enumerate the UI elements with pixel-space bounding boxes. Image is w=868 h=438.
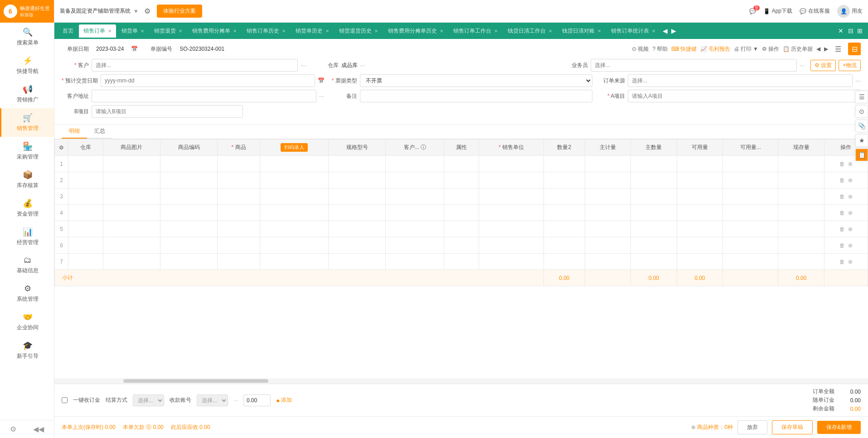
- staff-more-btn[interactable]: ···: [800, 62, 805, 69]
- tab-close-sales-bill[interactable]: ✕: [141, 29, 144, 34]
- app-title-dropdown[interactable]: ▼: [133, 8, 139, 14]
- row-4-copy-btn[interactable]: ⊕: [848, 210, 853, 216]
- address-input[interactable]: [92, 90, 316, 102]
- address-more-btn[interactable]: ···: [319, 92, 325, 100]
- row-1-custom[interactable]: [386, 156, 444, 172]
- tab-close-sales-return[interactable]: ✕: [179, 29, 182, 34]
- prev-record-btn[interactable]: ◀: [816, 46, 820, 52]
- invoice-select[interactable]: 不开票: [360, 74, 593, 87]
- tab-expand-btn[interactable]: ⊟: [846, 27, 855, 34]
- row-6-copy-btn[interactable]: ⊕: [848, 242, 853, 249]
- row-5-copy-btn[interactable]: ⊕: [848, 226, 853, 232]
- row-1-product[interactable]: [218, 156, 260, 172]
- tab-close-order-workbench[interactable]: ✕: [494, 29, 498, 34]
- tab-next-btn[interactable]: ▶: [669, 27, 678, 34]
- delivery-calendar-icon[interactable]: 📅: [318, 77, 325, 84]
- customer-more-btn[interactable]: ···: [301, 62, 306, 69]
- settings-btn[interactable]: ⚙ 设置: [810, 60, 836, 71]
- tab-order-workbench[interactable]: 销售订单工作台 ✕: [449, 24, 502, 38]
- tab-prev-btn[interactable]: ◀: [661, 27, 669, 34]
- row-1-spec[interactable]: [328, 156, 385, 172]
- row-3-delete-btn[interactable]: 🗑: [839, 193, 845, 200]
- row-1-attr[interactable]: [444, 156, 479, 172]
- row-6-delete-btn[interactable]: 🗑: [839, 242, 845, 249]
- row-4-delete-btn[interactable]: 🗑: [839, 210, 845, 216]
- industry-btn[interactable]: 体验行业方案: [157, 5, 202, 18]
- sidebar-item-system[interactable]: ⚙ 系统管理: [0, 279, 54, 308]
- float-btn-5[interactable]: 📋: [855, 149, 868, 161]
- sidebar-item-quicknav[interactable]: ⚡ 快捷导航: [0, 51, 54, 80]
- tab-order-stats[interactable]: 销售订单统计表 ✕: [606, 24, 660, 38]
- history-link[interactable]: 📋 历史单据: [783, 45, 813, 53]
- settle-method-select[interactable]: 选择...: [133, 395, 164, 406]
- sidebar-item-sales[interactable]: 🛒 销售管理: [0, 108, 54, 137]
- order-source-more-btn[interactable]: ···: [855, 77, 861, 84]
- delivery-input[interactable]: [101, 74, 315, 87]
- next-record-btn[interactable]: ▶: [824, 46, 828, 52]
- float-btn-3[interactable]: 📎: [855, 120, 868, 132]
- tab-close-order-stats[interactable]: ✕: [652, 29, 655, 34]
- footer-add-btn[interactable]: ● 添加: [276, 396, 292, 404]
- tab-close-loan-reconcile[interactable]: ✕: [597, 29, 601, 34]
- online-service-link[interactable]: 💬 在线客服: [800, 7, 830, 15]
- customer-input[interactable]: [92, 59, 298, 72]
- messages-btn[interactable]: 💬 9: [749, 8, 756, 14]
- tab-close-sales-order[interactable]: ✕: [108, 29, 112, 34]
- profit-link[interactable]: 📈 毛利预告: [700, 45, 730, 53]
- float-btn-2[interactable]: ⊙: [855, 105, 868, 118]
- scan-entry-btn[interactable]: 扫码录入: [281, 143, 308, 152]
- help-link[interactable]: ? 帮助: [652, 45, 668, 53]
- sidebar-item-search[interactable]: 🔍 搜索菜单: [0, 23, 54, 51]
- inner-tab-summary[interactable]: 汇总: [87, 125, 112, 139]
- tab-close-sales-bill-history[interactable]: ✕: [325, 29, 329, 34]
- row-1-main-qty[interactable]: [631, 156, 677, 172]
- bank-select[interactable]: 选择...: [197, 395, 228, 406]
- row-2-delete-btn[interactable]: 🗑: [839, 177, 845, 183]
- tab-close-sales-order-history[interactable]: ✕: [282, 29, 286, 34]
- a-project-input[interactable]: [628, 90, 861, 102]
- row-1-copy-btn[interactable]: ⊕: [848, 161, 853, 167]
- tab-loan-reconcile[interactable]: 钱贷日清对账 ✕: [558, 24, 606, 38]
- discard-btn[interactable]: 放弃: [737, 420, 767, 434]
- sidebar-item-basic[interactable]: 🗂 基础信息: [0, 251, 54, 279]
- tab-home[interactable]: 首页: [58, 24, 78, 38]
- scroll-thumb[interactable]: [123, 379, 268, 383]
- row-1-qty2[interactable]: [544, 156, 585, 172]
- tab-sales-return[interactable]: 销货退货 ✕: [150, 24, 187, 38]
- row-7-delete-btn[interactable]: 🗑: [839, 259, 845, 265]
- staff-input[interactable]: [591, 59, 797, 72]
- tab-fullscreen-btn[interactable]: ⊞: [855, 27, 864, 34]
- operate-link[interactable]: ⚙ 操作: [762, 45, 779, 53]
- tab-sales-bill[interactable]: 销货单 ✕: [117, 24, 149, 38]
- sidebar-item-purchase[interactable]: 🏪 采购管理: [0, 137, 54, 165]
- sidebar-item-guide[interactable]: 🎓 新手引导: [0, 336, 54, 365]
- tab-close-sales-expense[interactable]: ✕: [233, 29, 237, 34]
- user-menu[interactable]: 👤 用友: [837, 5, 863, 18]
- tab-return-history[interactable]: 销货退货历史 ✕: [335, 24, 383, 38]
- float-btn-4[interactable]: ★: [855, 134, 868, 147]
- sidebar-item-marketing[interactable]: 📢 营销推广: [0, 80, 54, 108]
- tab-close-expense-history[interactable]: ✕: [440, 29, 443, 34]
- footer-dots[interactable]: ···: [233, 397, 238, 404]
- tab-expense-history[interactable]: 销售费用分摊单历史 ✕: [383, 24, 448, 38]
- row-2-copy-btn[interactable]: ⊕: [848, 177, 853, 183]
- col-scan[interactable]: 扫码录入: [260, 140, 328, 156]
- row-1-delete-btn[interactable]: 🗑: [839, 161, 845, 167]
- list-view-btn[interactable]: ☰: [832, 43, 844, 55]
- tab-loan-workbench[interactable]: 钱贷日清工作台 ✕: [503, 24, 557, 38]
- tab-close-loan-workbench[interactable]: ✕: [548, 29, 552, 34]
- view-link[interactable]: ⊙ 视频: [632, 45, 649, 53]
- footer-amount-input[interactable]: [243, 395, 271, 406]
- col-settings[interactable]: ⚙: [55, 140, 68, 156]
- app-download-link[interactable]: 📱 App下载: [763, 7, 792, 15]
- float-btn-1[interactable]: ☰: [855, 91, 868, 103]
- print-link[interactable]: 🖨 打印 ▼: [734, 45, 758, 53]
- tab-sales-order[interactable]: 销售订单 ✕: [79, 24, 116, 38]
- sidebar-settings-btn[interactable]: ⚙: [10, 425, 16, 433]
- row-7-copy-btn[interactable]: ⊕: [848, 259, 853, 265]
- order-source-input[interactable]: [628, 74, 853, 87]
- sidebar-item-inventory[interactable]: 📦 库存核算: [0, 165, 54, 194]
- save-draft-btn[interactable]: 保存草稿: [772, 420, 813, 434]
- row-1-unit[interactable]: [479, 156, 544, 172]
- auto-settle-checkbox[interactable]: [62, 397, 68, 403]
